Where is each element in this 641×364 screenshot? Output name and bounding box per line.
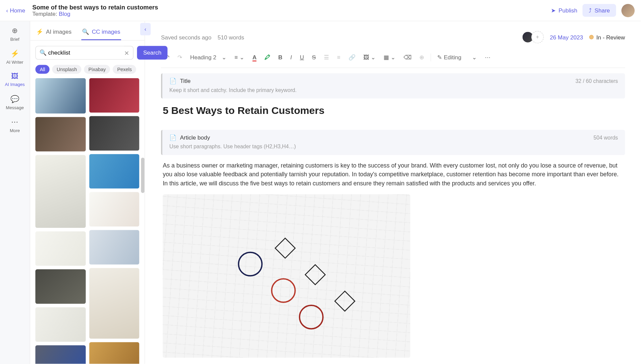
page-subtitle: Template: Blog (32, 10, 546, 17)
gallery-item[interactable] (89, 230, 139, 265)
happy-face-icon (238, 251, 262, 276)
rail-brief[interactable]: ⊕ Brief (10, 27, 19, 42)
chevron-left-icon: ‹ (6, 7, 8, 14)
gallery-item[interactable] (35, 269, 86, 304)
header-actions: ➤ Publish ⤴ Share (551, 4, 635, 17)
heading-select[interactable]: Heading 2 ⌄ (188, 53, 228, 61)
strike-button[interactable]: S (310, 53, 317, 61)
word-count: 510 words (218, 34, 244, 40)
tab-ai-images[interactable]: ⚡ AI images (35, 25, 73, 40)
article-image[interactable] (163, 194, 410, 358)
table-button[interactable]: ▦ ⌄ (382, 53, 397, 61)
gallery-item[interactable] (89, 116, 139, 151)
message-icon: 💬 (10, 95, 19, 103)
saved-status: Saved seconds ago (161, 34, 212, 40)
gallery-item[interactable] (89, 154, 139, 188)
gallery-item[interactable] (89, 78, 139, 113)
gallery-item[interactable] (35, 155, 86, 228)
clear-icon[interactable]: ✕ (124, 49, 130, 56)
rail-message-label: Message (6, 105, 24, 110)
editor-topbar: Saved seconds ago 510 words + 26 May 202… (161, 31, 625, 43)
insert-button[interactable]: ⊕ (418, 53, 426, 61)
rail-ai-images[interactable]: 🖼 AI Images (5, 72, 25, 87)
template-link[interactable]: Blog (59, 10, 70, 17)
user-avatar[interactable] (621, 4, 635, 17)
chevron-down-icon: ⌄ (472, 54, 477, 61)
image-button[interactable]: 🖼 ⌄ (361, 53, 377, 61)
format-toolbar: ↶ ↷ Heading 2 ⌄ ≡ ⌄ A 🖍 B I U S ☰ ≡ 🔗 🖼 … (161, 50, 625, 68)
chip-pixabay[interactable]: Pixabay (84, 65, 110, 74)
tab-cc-images[interactable]: 🔍 CC images (81, 25, 121, 40)
gallery (30, 78, 144, 364)
article-paragraph[interactable]: As a business owner or marketing manager… (163, 161, 623, 188)
body-hint: Use short paragraphs. Use header tags (H… (169, 144, 618, 150)
document-icon: 📄 (169, 134, 176, 141)
body-section-header: 📄 Article body 504 words Use short parag… (161, 130, 625, 155)
collapse-panel-button[interactable]: ‹ (140, 23, 150, 35)
home-link[interactable]: ‹ Home (6, 7, 25, 14)
mode-select[interactable]: ✎ Editing ⌄ (435, 53, 478, 61)
status-dot-icon (589, 35, 593, 39)
gallery-item[interactable] (35, 231, 86, 266)
publish-button[interactable]: ➤ Publish (551, 7, 577, 14)
page-title: Some of the best ways to retain customer… (32, 3, 546, 10)
app-header: ‹ Home Some of the best ways to retain c… (0, 0, 641, 21)
body-word-count: 504 words (593, 134, 618, 141)
rail-more-label: More (10, 128, 20, 133)
gallery-item[interactable] (35, 345, 86, 364)
upload-icon: ⤴ (589, 7, 592, 14)
crosshair-icon: ⊕ (12, 27, 18, 35)
highlight-button[interactable]: 🖍 (262, 53, 272, 61)
search-icon: 🔍 (82, 28, 89, 35)
rail-message[interactable]: 💬 Message (6, 95, 24, 110)
title-section-header: 📄 Title 32 / 60 characters Keep it short… (161, 73, 625, 98)
document-icon: 📄 (169, 78, 176, 85)
title-hint: Keep it short and catchy. Include the pr… (169, 87, 618, 93)
search-button[interactable]: Search (137, 46, 168, 60)
pencil-icon: ✎ (437, 54, 442, 61)
gallery-item[interactable] (89, 268, 139, 339)
gallery-item[interactable] (35, 117, 86, 151)
gallery-item[interactable] (89, 342, 139, 364)
align-button[interactable]: ≡ ⌄ (232, 53, 246, 61)
underline-button[interactable]: U (298, 53, 306, 61)
number-list-button[interactable]: ≡ (335, 53, 342, 61)
chip-all[interactable]: All (35, 65, 50, 74)
clear-format-button[interactable]: ⌫ (402, 53, 413, 61)
gallery-item[interactable] (35, 307, 86, 342)
send-icon: ➤ (551, 7, 556, 14)
heading-label: Heading 2 (190, 54, 216, 61)
chip-unsplash[interactable]: Unsplash (52, 65, 81, 74)
title-char-count: 32 / 60 characters (576, 78, 618, 84)
add-collaborator-button[interactable]: + (531, 31, 544, 43)
bullet-list-button[interactable]: ☰ (322, 53, 331, 61)
more-toolbar-button[interactable]: ⋯ (483, 53, 492, 61)
search-row: 🔍 ✕ Search (30, 41, 144, 65)
rail-ai-writer[interactable]: ⚡ AI Writer (6, 50, 24, 65)
search-input[interactable] (47, 47, 124, 59)
document-title-input[interactable]: 5 Best Ways to Retain Customers (163, 104, 623, 116)
italic-button[interactable]: I (288, 53, 294, 61)
gallery-item[interactable] (89, 192, 139, 226)
gallery-item[interactable] (35, 78, 86, 114)
rail-ai-writer-label: AI Writer (6, 60, 24, 64)
image-icon: 🖼 (11, 72, 18, 81)
mode-label: Editing (444, 54, 461, 61)
redo-button[interactable]: ↷ (175, 53, 184, 61)
scrollbar[interactable] (141, 158, 144, 193)
bold-button[interactable]: B (276, 53, 284, 61)
rail-more[interactable]: ⋯ More (10, 118, 20, 133)
publish-label: Publish (558, 7, 577, 14)
side-panel: ‹ ⚡ AI images 🔍 CC images 🔍 ✕ Search (30, 21, 145, 364)
body-label: Article body (180, 134, 210, 141)
text-color-button[interactable]: A (251, 53, 258, 61)
status-badge[interactable]: In - Review (589, 34, 625, 40)
editor: Saved seconds ago 510 words + 26 May 202… (145, 21, 641, 364)
chip-pexels[interactable]: Pexels (113, 65, 136, 74)
link-button[interactable]: 🔗 (346, 53, 357, 61)
neutral-face-icon (271, 278, 296, 303)
tab-ai-images-label: AI images (46, 28, 72, 35)
title-label: Title (180, 78, 191, 85)
share-button[interactable]: ⤴ Share (583, 4, 616, 17)
doc-date: 26 May 2023 (550, 34, 583, 40)
